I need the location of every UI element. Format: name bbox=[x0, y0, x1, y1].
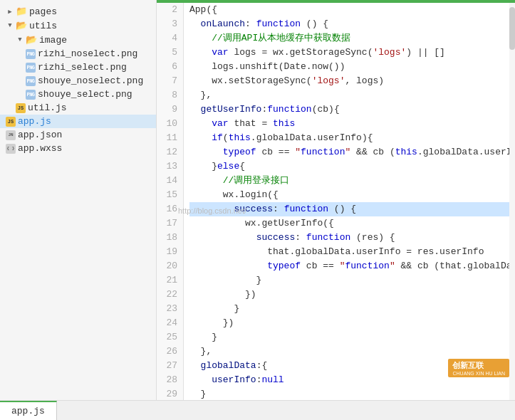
chevron-right-icon: ▶ bbox=[6, 7, 14, 16]
code-line[interactable]: }, bbox=[189, 88, 515, 103]
sidebar-item-label: app.wxss bbox=[18, 143, 62, 154]
code-line[interactable]: wx.getUserInfo({ bbox=[189, 216, 515, 231]
line-number: 16 bbox=[157, 202, 183, 216]
line-number: 19 bbox=[157, 245, 183, 259]
line-number: 22 bbox=[157, 288, 183, 302]
sidebar-item-label: rizhi_noselect.png bbox=[38, 48, 137, 59]
sidebar-item-label: util.js bbox=[28, 103, 67, 113]
sidebar-item-shouye-select[interactable]: PNG shouye_select.png bbox=[0, 88, 156, 101]
sidebar-item-app-json[interactable]: JN app.json bbox=[0, 128, 156, 142]
sidebar-item-label: rizhi_select.png bbox=[38, 62, 127, 73]
sidebar-item-rizhi-noselect[interactable]: PNG rizhi_noselect.png bbox=[0, 47, 156, 61]
line-number: 28 bbox=[157, 373, 183, 387]
png-file-icon: PNG bbox=[26, 63, 36, 73]
code-line[interactable]: success: function () { bbox=[189, 202, 515, 216]
code-line[interactable]: logs.unshift(Date.now()) bbox=[189, 60, 515, 74]
code-line[interactable]: }) bbox=[189, 316, 515, 330]
code-line[interactable]: onLaunch: function () { bbox=[189, 17, 515, 31]
file-tree[interactable]: ▶ 📁 pages ▼ 📂 utils ▼ 📂 image PNG rizhi_… bbox=[0, 0, 157, 400]
wxss-file-icon: { } bbox=[6, 144, 16, 154]
line-numbers: 2345678910111213141516171819202122232425… bbox=[157, 3, 184, 400]
sidebar-item-label: app.js bbox=[18, 116, 51, 127]
code-lines[interactable]: App({ onLaunch: function () { //调用API从本地… bbox=[184, 3, 515, 400]
scrollbar-track[interactable] bbox=[509, 0, 515, 400]
line-number: 21 bbox=[157, 273, 183, 288]
code-line[interactable]: }, bbox=[189, 345, 515, 359]
line-number: 6 bbox=[157, 60, 183, 74]
sidebar-item-app-js[interactable]: JS app.js bbox=[0, 115, 156, 128]
code-line[interactable]: that.globalData.userInfo = res.userInfo bbox=[189, 245, 515, 259]
js-file-icon: JS bbox=[16, 103, 26, 113]
line-number: 26 bbox=[157, 345, 183, 359]
line-number: 25 bbox=[157, 330, 183, 345]
sidebar-item-image[interactable]: ▼ 📂 image bbox=[0, 33, 156, 47]
brand-badge: 创新互联 CHUANG XIN HU LIAN bbox=[448, 359, 509, 377]
line-number: 5 bbox=[157, 46, 183, 60]
line-number: 4 bbox=[157, 31, 183, 46]
sidebar-item-label: app.json bbox=[18, 130, 62, 140]
code-line[interactable]: App({ bbox=[189, 3, 515, 17]
code-line[interactable]: typeof cb == "function" && cb (that.glob… bbox=[189, 259, 515, 273]
line-number: 15 bbox=[157, 188, 183, 202]
sidebar-item-label: shouye_select.png bbox=[38, 89, 132, 100]
line-number: 20 bbox=[157, 259, 183, 273]
code-line[interactable]: //调用API从本地缓存中获取数据 bbox=[189, 31, 515, 46]
code-line[interactable]: wx.login({ bbox=[189, 188, 515, 202]
line-number: 2 bbox=[157, 3, 183, 17]
sidebar-item-util-js[interactable]: JS util.js bbox=[0, 101, 156, 115]
tab-app-js[interactable]: app.js bbox=[0, 401, 57, 420]
code-line[interactable]: wx.setStorageSync('logs', logs) bbox=[189, 74, 515, 88]
code-line[interactable]: //调用登录接口 bbox=[189, 174, 515, 188]
line-number: 29 bbox=[157, 387, 183, 400]
code-line[interactable]: typeof cb == "function" && cb (this.glob… bbox=[189, 145, 515, 159]
sidebar-item-label: pages bbox=[29, 6, 57, 17]
tab-bar: app.js bbox=[0, 400, 515, 420]
code-line[interactable]: getUserInfo:function(cb){ bbox=[189, 103, 515, 117]
line-number: 23 bbox=[157, 302, 183, 316]
line-number: 11 bbox=[157, 131, 183, 145]
code-line[interactable]: }else{ bbox=[189, 159, 515, 174]
sidebar-item-label: image bbox=[39, 35, 67, 46]
line-number: 9 bbox=[157, 103, 183, 117]
scrollbar-thumb[interactable] bbox=[509, 7, 515, 50]
sidebar-item-label: utils bbox=[29, 21, 57, 31]
folder-icon: 📂 bbox=[26, 34, 37, 46]
png-file-icon: PNG bbox=[26, 49, 36, 59]
json-file-icon: JN bbox=[6, 130, 16, 140]
png-file-icon: PNG bbox=[26, 90, 36, 100]
line-number: 12 bbox=[157, 145, 183, 159]
chevron-down-icon: ▼ bbox=[16, 36, 24, 44]
line-number: 3 bbox=[157, 17, 183, 31]
line-number: 10 bbox=[157, 117, 183, 131]
sidebar-item-app-wxss[interactable]: { } app.wxss bbox=[0, 142, 156, 155]
code-line[interactable]: } bbox=[189, 302, 515, 316]
png-file-icon: PNG bbox=[26, 76, 36, 86]
line-number: 14 bbox=[157, 174, 183, 188]
folder-icon: 📂 bbox=[16, 20, 27, 31]
line-number: 8 bbox=[157, 88, 183, 103]
sidebar-item-shouye-noselect[interactable]: PNG shouye_noselect.png bbox=[0, 74, 156, 88]
code-line[interactable]: } bbox=[189, 387, 515, 400]
line-number: 13 bbox=[157, 159, 183, 174]
folder-icon: 📁 bbox=[16, 6, 27, 17]
sidebar-item-pages[interactable]: ▶ 📁 pages bbox=[0, 4, 156, 19]
code-line[interactable]: }) bbox=[189, 288, 515, 302]
brand-line2: CHUANG XIN HU LIAN bbox=[452, 371, 505, 376]
code-line[interactable]: success: function (res) { bbox=[189, 231, 515, 245]
chevron-down-icon: ▼ bbox=[6, 21, 14, 30]
line-number: 18 bbox=[157, 231, 183, 245]
line-number: 24 bbox=[157, 316, 183, 330]
sidebar-item-rizhi-select[interactable]: PNG rizhi_select.png bbox=[0, 61, 156, 74]
tab-label: app.js bbox=[11, 406, 45, 416]
code-line[interactable]: if(this.globalData.userInfo){ bbox=[189, 131, 515, 145]
code-line[interactable]: } bbox=[189, 273, 515, 288]
line-number: 7 bbox=[157, 74, 183, 88]
code-line[interactable]: var logs = wx.getStorageSync('logs') || … bbox=[189, 46, 515, 60]
code-editor[interactable]: 2345678910111213141516171819202122232425… bbox=[157, 0, 515, 400]
code-line[interactable]: } bbox=[189, 330, 515, 345]
code-line[interactable]: var that = this bbox=[189, 117, 515, 131]
js-file-icon: JS bbox=[6, 117, 16, 127]
sidebar-item-label: shouye_noselect.png bbox=[38, 75, 143, 86]
brand-line1: 创新互联 bbox=[452, 360, 505, 371]
sidebar-item-utils[interactable]: ▼ 📂 utils bbox=[0, 19, 156, 33]
